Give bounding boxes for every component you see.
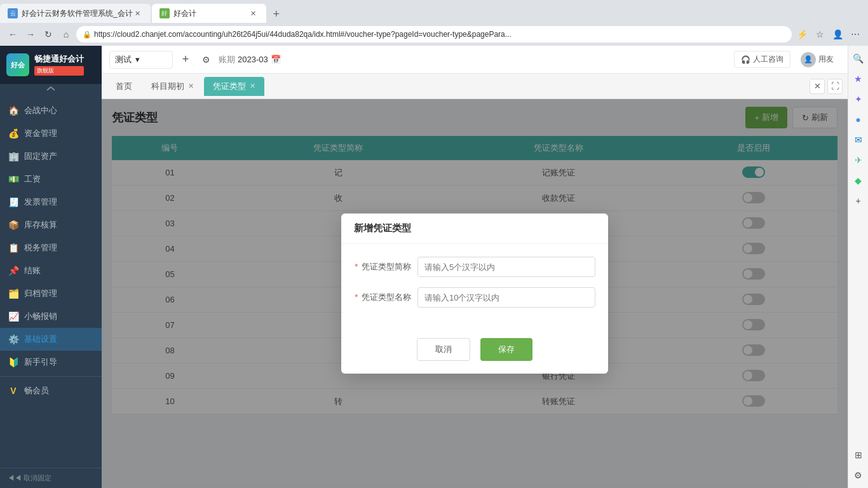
sidebar-item-label-salary: 工资 bbox=[24, 173, 41, 185]
content-tabs: 首页 科目期初 ✕ 凭证类型 ✕ ✕ ⛶ bbox=[102, 74, 848, 99]
extensions-icon[interactable]: ⚡ bbox=[794, 27, 810, 42]
logo-text: 畅捷通好会计 bbox=[34, 54, 84, 65]
browser-toolbar-actions: ⚡ ☆ 👤 ⋯ bbox=[794, 27, 863, 42]
right-gear-icon[interactable]: ⚙ bbox=[850, 466, 867, 484]
right-green-icon[interactable]: ◆ bbox=[850, 172, 867, 189]
sidebar-item-report[interactable]: 📈 小畅报销 bbox=[0, 305, 102, 328]
sidebar-cancel-pin[interactable]: ◀◀ 取消固定 bbox=[0, 468, 102, 488]
sidebar-item-label-invoice: 发票管理 bbox=[24, 196, 57, 208]
tab-expand-button[interactable]: ⛶ bbox=[827, 79, 843, 94]
sidebar-scroll-up[interactable] bbox=[0, 84, 102, 94]
app-container: 好会 畅捷通好会计 旗舰版 🏠 会战中心 💰 资金管理 🏢 固定资产 bbox=[0, 46, 868, 488]
consult-button[interactable]: 🎧 人工咨询 bbox=[734, 51, 790, 68]
sidebar-item-label-settings: 基础设置 bbox=[24, 334, 57, 345]
tab-subjects[interactable]: 科目期初 ✕ bbox=[142, 77, 203, 96]
tab-voucher-type[interactable]: 凭证类型 ✕ bbox=[204, 77, 264, 96]
sidebar-item-label-dashboard: 会战中心 bbox=[24, 105, 57, 116]
sidebar-logo: 好会 畅捷通好会计 旗舰版 bbox=[0, 46, 102, 84]
tab1-favicon: 云 bbox=[8, 8, 18, 18]
archive-icon: 🗂️ bbox=[8, 288, 19, 299]
tab2-favicon: 好 bbox=[159, 8, 170, 18]
app-header: 测试 ▾ + ⚙ 账期 2023-03 📅 🎧 人工咨询 👤 用友 bbox=[102, 46, 848, 74]
settle-icon: 📌 bbox=[8, 265, 19, 276]
name-label: * 凭证类型名称 bbox=[354, 292, 417, 303]
right-teal-icon[interactable]: ✈ bbox=[850, 151, 867, 169]
sidebar-item-label-archive: 归档管理 bbox=[24, 288, 57, 299]
sidebar-item-guide[interactable]: 🔰 新手引导 bbox=[0, 351, 102, 374]
new-tab-button[interactable]: + bbox=[268, 5, 285, 23]
bookmark-icon[interactable]: ☆ bbox=[812, 27, 827, 42]
sidebar-item-label-tax: 税务管理 bbox=[24, 242, 57, 254]
address-bar[interactable]: 🔒 https://cloud2.chanjet.com/accounting/… bbox=[76, 26, 792, 43]
tab-home-label: 首页 bbox=[116, 81, 132, 92]
right-grid-icon[interactable]: ⊞ bbox=[850, 446, 867, 464]
workspace-selector[interactable]: 测试 ▾ bbox=[109, 51, 173, 69]
sidebar-item-tax[interactable]: 📋 税务管理 bbox=[0, 236, 102, 259]
lock-icon: 🔒 bbox=[83, 30, 92, 39]
sidebar-item-settings[interactable]: ⚙️ 基础设置 bbox=[0, 328, 102, 351]
tab2-close[interactable]: ✕ bbox=[248, 8, 259, 18]
sidebar-item-label-fund: 资金管理 bbox=[24, 128, 57, 139]
sidebar-item-fund[interactable]: 💰 资金管理 bbox=[0, 122, 102, 145]
right-blue-icon[interactable]: ● bbox=[850, 111, 867, 128]
sidebar-item-member[interactable]: V 畅会员 bbox=[0, 379, 102, 402]
abbr-form-row: * 凭证类型简称 bbox=[354, 257, 595, 277]
tab-home[interactable]: 首页 bbox=[107, 77, 141, 96]
browser-tab-2[interactable]: 好 好会计 ✕ bbox=[152, 4, 266, 23]
right-plus-icon[interactable]: + bbox=[850, 192, 867, 210]
sidebar-item-assets[interactable]: 🏢 固定资产 bbox=[0, 145, 102, 168]
profile-icon[interactable]: 👤 bbox=[830, 27, 845, 42]
modal-body: * 凭证类型简称 * 凭证类型名称 bbox=[341, 244, 608, 330]
sidebar-item-label-assets: 固定资产 bbox=[24, 151, 57, 162]
right-search-icon[interactable]: 🔍 bbox=[850, 50, 867, 67]
logo-info: 畅捷通好会计 旗舰版 bbox=[34, 54, 84, 76]
right-star-icon[interactable]: ★ bbox=[850, 70, 867, 88]
sidebar-item-settle[interactable]: 📌 结账 bbox=[0, 259, 102, 282]
tab-voucher-type-close[interactable]: ✕ bbox=[250, 82, 255, 90]
sidebar-item-label-member: 畅会员 bbox=[24, 385, 49, 396]
name-required-mark: * bbox=[355, 292, 358, 302]
save-button[interactable]: 保存 bbox=[480, 338, 532, 361]
user-label: 用友 bbox=[818, 54, 834, 65]
cancel-button[interactable]: 取消 bbox=[417, 338, 470, 361]
user-avatar: 👤 bbox=[801, 52, 816, 67]
sidebar-item-salary[interactable]: 💵 工资 bbox=[0, 168, 102, 191]
sidebar-item-archive[interactable]: 🗂️ 归档管理 bbox=[0, 282, 102, 305]
right-outlook-icon[interactable]: ✉ bbox=[850, 131, 867, 149]
sidebar-item-invoice[interactable]: 🧾 发票管理 bbox=[0, 191, 102, 214]
page-content: 凭证类型 + 新增 ↻ 刷新 编号 凭证类型简称 bbox=[102, 99, 848, 488]
inventory-icon: 📦 bbox=[8, 219, 19, 231]
browser-tab-bar: 云 好会计云财务软件管理系统_会计 ✕ 好 好会计 ✕ + bbox=[0, 0, 868, 23]
user-button[interactable]: 👤 用友 bbox=[794, 50, 840, 70]
name-form-row: * 凭证类型名称 bbox=[354, 287, 595, 308]
sidebar: 好会 畅捷通好会计 旗舰版 🏠 会战中心 💰 资金管理 🏢 固定资产 bbox=[0, 46, 102, 488]
salary-icon: 💵 bbox=[8, 173, 19, 185]
sidebar-item-dashboard[interactable]: 🏠 会战中心 bbox=[0, 99, 102, 122]
logo-badge: 旗舰版 bbox=[34, 66, 84, 76]
add-workspace-icon[interactable]: + bbox=[178, 52, 193, 67]
browser-tab-1[interactable]: 云 好会计云财务软件管理系统_会计 ✕ bbox=[0, 4, 151, 23]
reload-button[interactable]: ↻ bbox=[41, 27, 56, 42]
tab1-close[interactable]: ✕ bbox=[133, 8, 143, 18]
settings-gear-icon[interactable]: ⚙ bbox=[198, 52, 214, 67]
sidebar-item-label-settle: 结账 bbox=[24, 265, 41, 276]
assets-icon: 🏢 bbox=[8, 151, 19, 162]
name-input[interactable] bbox=[417, 287, 595, 308]
sidebar-item-inventory[interactable]: 📦 库存核算 bbox=[0, 214, 102, 236]
abbr-input[interactable] bbox=[417, 257, 595, 277]
tab-minimize-button[interactable]: ✕ bbox=[810, 79, 825, 94]
forward-button[interactable]: → bbox=[23, 27, 38, 42]
right-ai-icon[interactable]: ✦ bbox=[850, 90, 867, 108]
menu-icon[interactable]: ⋯ bbox=[848, 27, 863, 42]
logo-icon: 好会 bbox=[6, 53, 29, 76]
tab-expand-buttons: ✕ ⛶ bbox=[810, 79, 843, 94]
back-button[interactable]: ← bbox=[5, 27, 20, 42]
period-value: 2023-03 bbox=[238, 55, 268, 64]
tab-subjects-close[interactable]: ✕ bbox=[188, 82, 194, 90]
fund-icon: 💰 bbox=[8, 128, 19, 139]
address-text: https://cloud2.chanjet.com/accounting/uh… bbox=[94, 30, 512, 39]
browser-toolbar: ← → ↻ ⌂ 🔒 https://cloud2.chanjet.com/acc… bbox=[0, 23, 868, 46]
workspace-dropdown-icon: ▾ bbox=[135, 55, 140, 64]
tax-icon: 📋 bbox=[8, 242, 19, 254]
home-button[interactable]: ⌂ bbox=[58, 27, 74, 42]
